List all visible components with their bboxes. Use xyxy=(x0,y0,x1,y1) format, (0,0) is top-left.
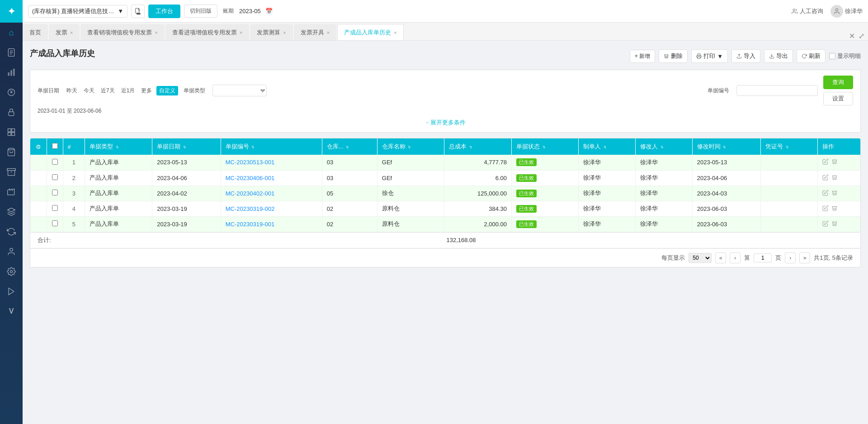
sidebar-item-box[interactable] xyxy=(0,162,23,182)
th-creator[interactable]: 制单人 ⇅ xyxy=(579,138,636,155)
row-edit-icon[interactable] xyxy=(822,158,829,166)
switch-version-button[interactable]: 切到旧版 xyxy=(184,5,217,18)
row-number-link[interactable]: MC-20230513-001 xyxy=(226,159,274,166)
first-page-button[interactable]: « xyxy=(715,252,726,263)
show-detail-toggle[interactable]: 显示明细 xyxy=(829,52,861,60)
row-checkbox[interactable] xyxy=(52,205,58,211)
th-check[interactable] xyxy=(47,138,63,155)
tab-expand-icon[interactable]: ⤢ xyxy=(859,32,864,40)
expand-conditions-button[interactable]: 展开更多条件 xyxy=(425,119,466,127)
tab-sales-invoice[interactable]: 查看销项增值税专用发票 × xyxy=(80,24,164,40)
type-filter-select[interactable] xyxy=(212,85,267,96)
row-checkbox[interactable] xyxy=(52,190,58,195)
row-check[interactable] xyxy=(47,170,63,186)
delete-button[interactable]: 删除 xyxy=(659,49,688,63)
th-total-cost[interactable]: 总成本 ⇅ xyxy=(444,138,512,155)
print-button[interactable]: 打印 ▼ xyxy=(691,49,728,63)
sidebar-item-v[interactable]: V xyxy=(0,301,23,321)
tab-product-history-close[interactable]: × xyxy=(394,30,396,35)
refresh-button[interactable]: 刷新 xyxy=(797,49,826,63)
shortcut-today[interactable]: 今天 xyxy=(82,86,96,95)
row-delete-icon[interactable] xyxy=(831,190,838,197)
prev-page-button[interactable]: ‹ xyxy=(730,252,741,263)
tab-purchase-invoice-close[interactable]: × xyxy=(240,30,242,35)
row-check[interactable] xyxy=(47,155,63,170)
th-modify-time[interactable]: 修改时间 ⇅ xyxy=(692,138,761,155)
row-edit-icon[interactable] xyxy=(822,220,829,228)
row-number[interactable]: MC-20230319-002 xyxy=(221,201,322,216)
per-page-select[interactable]: 50 100 200 xyxy=(689,253,712,263)
workbench-button[interactable]: 工作台 xyxy=(148,5,180,18)
row-number[interactable]: MC-20230513-001 xyxy=(221,155,322,170)
shortcut-7days[interactable]: 近7天 xyxy=(99,86,117,95)
user-item[interactable]: 徐泽华 xyxy=(830,5,863,18)
last-page-button[interactable]: » xyxy=(799,252,810,263)
tab-product-history[interactable]: 产成品入库单历史 × xyxy=(337,24,403,40)
row-check[interactable] xyxy=(47,186,63,201)
tab-invoice-issue[interactable]: 发票开具 × xyxy=(294,24,336,40)
tab-invoice-calc[interactable]: 发票测算 × xyxy=(250,24,292,40)
row-delete-icon[interactable] xyxy=(831,205,838,213)
query-button[interactable]: 查询 xyxy=(823,76,853,89)
number-filter-input[interactable] xyxy=(736,85,818,96)
new-button[interactable]: + 新增 xyxy=(630,50,655,63)
th-warehouse-name[interactable]: 仓库名称 ⇅ xyxy=(377,138,444,155)
row-number[interactable]: MC-20230406-001 xyxy=(221,170,322,186)
doc-icon-button[interactable] xyxy=(131,5,145,18)
reset-button[interactable]: 设置 xyxy=(823,92,853,105)
sidebar-item-settings[interactable] xyxy=(0,262,23,281)
th-type[interactable]: 单据类型 ⇅ xyxy=(85,138,152,155)
row-number[interactable]: MC-20230402-001 xyxy=(221,186,322,201)
help-item[interactable]: 人工咨询 xyxy=(792,7,823,15)
tab-invoice-close[interactable]: × xyxy=(70,30,73,35)
row-delete-icon[interactable] xyxy=(831,158,838,166)
th-modifier[interactable]: 修改人 ⇅ xyxy=(636,138,693,155)
sidebar-item-document[interactable] xyxy=(0,43,23,62)
th-gear[interactable]: ⚙ xyxy=(30,138,47,155)
sidebar-item-factory[interactable] xyxy=(0,182,23,202)
shortcut-yesterday[interactable]: 昨天 xyxy=(65,86,79,95)
app-logo[interactable]: ✦ xyxy=(0,0,23,23)
th-warehouse-code[interactable]: 仓库... ⇅ xyxy=(322,138,377,155)
row-number-link[interactable]: MC-20230406-001 xyxy=(226,175,274,181)
tab-invoice-calc-close[interactable]: × xyxy=(283,30,286,35)
sidebar-item-lock[interactable] xyxy=(0,102,23,122)
row-edit-icon[interactable] xyxy=(822,174,829,182)
tab-purchase-invoice[interactable]: 查看进项增值税专用发票 × xyxy=(165,24,249,40)
th-status[interactable]: 单据状态 ⇅ xyxy=(512,138,579,155)
shortcut-custom[interactable]: 自定义 xyxy=(156,86,178,95)
th-date[interactable]: 单据日期 ⇅ xyxy=(152,138,221,155)
row-check[interactable] xyxy=(47,201,63,216)
row-number-link[interactable]: MC-20230319-001 xyxy=(226,221,274,228)
export-button[interactable]: 导出 xyxy=(764,49,793,63)
row-checkbox[interactable] xyxy=(52,220,58,226)
select-all-checkbox[interactable] xyxy=(52,143,58,149)
sidebar-item-cart[interactable] xyxy=(0,142,23,162)
sidebar-item-money[interactable]: ¥ xyxy=(0,82,23,102)
row-checkbox[interactable] xyxy=(52,159,58,165)
row-delete-icon[interactable] xyxy=(831,220,838,228)
row-number[interactable]: MC-20230319-001 xyxy=(221,216,322,232)
page-number-input[interactable] xyxy=(754,253,772,262)
sidebar-item-home[interactable]: ⌂ xyxy=(0,23,23,43)
sidebar-item-recycle[interactable] xyxy=(0,222,23,242)
sidebar-item-play[interactable] xyxy=(0,281,23,301)
sidebar-item-person[interactable] xyxy=(0,242,23,262)
tab-sales-invoice-close[interactable]: × xyxy=(155,30,157,35)
tab-home[interactable]: 首页 xyxy=(23,24,48,40)
row-delete-icon[interactable] xyxy=(831,174,838,182)
sidebar-item-chart[interactable] xyxy=(0,62,23,82)
row-check[interactable] xyxy=(47,216,63,232)
next-page-button[interactable]: › xyxy=(785,252,796,263)
row-checkbox[interactable] xyxy=(52,174,58,180)
import-button[interactable]: 导入 xyxy=(731,49,760,63)
show-detail-checkbox[interactable] xyxy=(829,53,835,59)
tab-invoice-issue-close[interactable]: × xyxy=(327,30,330,35)
shortcut-more[interactable]: 更多 xyxy=(139,86,154,95)
sidebar-item-stamp[interactable] xyxy=(0,202,23,222)
tab-close-all-icon[interactable]: ✕ xyxy=(849,32,855,40)
th-number[interactable]: 单据编号 ⇅ xyxy=(221,138,322,155)
row-number-link[interactable]: MC-20230319-002 xyxy=(226,205,274,212)
sidebar-item-grid[interactable] xyxy=(0,122,23,142)
calendar-icon[interactable]: 📅 xyxy=(265,8,273,14)
